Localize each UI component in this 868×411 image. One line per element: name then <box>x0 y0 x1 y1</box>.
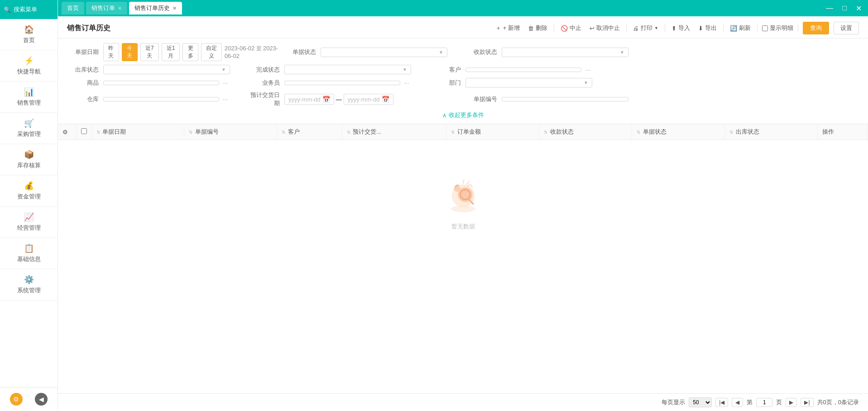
date-7days-btn[interactable]: 近7天 <box>140 43 159 61</box>
th-payment-status[interactable]: ⇅ 收款状态 <box>539 124 632 140</box>
th-number[interactable]: ⇅ 单据编号 <box>184 124 277 140</box>
date-filter: 昨天 今天 近7天 近1月 更多 自定义 2023-06-02 至 2023-0… <box>103 43 284 61</box>
display-toggle[interactable]: 显示明细 <box>762 24 793 32</box>
collapse-more-btn[interactable]: ∧ 收起更多条件 <box>67 111 859 119</box>
sidebar-item-label: 采购管理 <box>17 130 41 138</box>
department-label: 部门 <box>429 79 465 87</box>
th-date[interactable]: ⇅ 单据日期 <box>91 124 184 140</box>
select-all-checkbox[interactable] <box>81 128 87 134</box>
order-status-label: 单据状态 <box>284 48 321 56</box>
sidebar-item-quick-nav[interactable]: ⚡ 快捷导航 <box>0 50 58 82</box>
outbound-status-chevron: ▼ <box>221 67 226 72</box>
refresh-icon: 🔄 <box>730 25 737 32</box>
expected-delivery-end[interactable]: yyyy-mm-dd 📅 <box>344 94 393 105</box>
product-input[interactable] <box>103 81 219 85</box>
th-delivery[interactable]: ⇅ 预计交货... <box>342 124 446 140</box>
salesperson-dots-btn[interactable]: ··· <box>402 79 411 87</box>
tab-sales-order-history-close[interactable]: ✕ <box>173 5 177 11</box>
delete-button[interactable]: 🗑 删除 <box>526 23 549 33</box>
page-unit: 页 <box>776 398 782 406</box>
last-page-btn[interactable]: ▶| <box>801 398 813 407</box>
department-select[interactable]: ▼ <box>465 78 592 87</box>
order-number-input[interactable] <box>502 97 628 102</box>
sidebar-item-system[interactable]: ⚙️ 系统管理 <box>0 269 58 300</box>
window-close-btn[interactable]: ✕ <box>853 3 864 14</box>
th-order-status[interactable]: ⇅ 单据状态 <box>632 124 724 140</box>
calendar-icon-2: 📅 <box>382 96 389 103</box>
toolbar: ＋ + 新增 🗑 删除 🚫 中止 ↩ 取消中止 🖨 <box>494 22 859 34</box>
sidebar-item-operations[interactable]: 📈 经营管理 <box>0 207 58 238</box>
page-number-input[interactable] <box>756 398 772 407</box>
expected-delivery-start[interactable]: yyyy-mm-dd 📅 <box>284 94 334 105</box>
export-button[interactable]: ⬇ 导出 <box>696 23 719 33</box>
refresh-button[interactable]: 🔄 刷新 <box>728 23 753 33</box>
date-custom-btn[interactable]: 自定义 <box>201 43 221 61</box>
payment-status-select[interactable]: ▼ <box>502 48 628 57</box>
sidebar-search[interactable]: 🔍 搜索菜单 <box>0 0 58 19</box>
tab-sales-order-history[interactable]: 销售订单历史 ✕ <box>129 2 182 15</box>
th-outbound-status[interactable]: ⇅ 出库状态 <box>724 124 817 140</box>
cancel-stop-button[interactable]: ↩ 取消中止 <box>588 23 622 33</box>
sidebar-item-inventory[interactable]: 📦 库存核算 <box>0 144 58 175</box>
sidebar-item-basic[interactable]: 📋 基础信息 <box>0 238 58 269</box>
display-toggle-label: 显示明细 <box>770 24 793 32</box>
first-page-btn[interactable]: |◀ <box>715 398 728 407</box>
th-checkbox[interactable] <box>76 124 91 140</box>
th-customer[interactable]: ⇅ 客户 <box>277 124 342 140</box>
order-status-select[interactable]: ▼ <box>321 48 447 57</box>
th-settings[interactable]: ⚙ <box>58 124 76 140</box>
display-toggle-checkbox[interactable] <box>762 25 768 31</box>
th-number-label: 单据编号 <box>195 128 219 135</box>
per-page-select[interactable]: 50 10 20 100 <box>689 397 712 407</box>
next-page-btn[interactable]: ▶ <box>786 398 797 407</box>
quick-nav-icon: ⚡ <box>24 56 34 66</box>
sidebar-item-sales[interactable]: 📊 销售管理 <box>0 82 58 113</box>
outbound-status-select[interactable]: ▼ <box>103 65 230 74</box>
warehouse-label: 仓库 <box>67 95 103 103</box>
th-order-status-label: 单据状态 <box>643 128 667 135</box>
date-1month-btn[interactable]: 近1月 <box>162 43 180 61</box>
completion-status-select[interactable]: ▼ <box>284 65 411 74</box>
salesperson-input[interactable] <box>284 81 400 85</box>
stop-label: 中止 <box>570 24 581 32</box>
product-dots-btn[interactable]: ··· <box>221 79 230 87</box>
toolbar-divider4 <box>723 24 724 32</box>
sidebar-item-finance[interactable]: 💰 资金管理 <box>0 175 58 207</box>
print-button[interactable]: 🖨 打印 ▼ <box>631 23 660 33</box>
date-placeholder1: yyyy-mm-dd <box>288 96 321 103</box>
svg-point-5 <box>454 185 460 192</box>
warehouse-dots-btn[interactable]: ··· <box>221 96 230 103</box>
customer-input[interactable] <box>465 68 581 72</box>
prev-page-btn[interactable]: ◀ <box>732 398 743 407</box>
tab-sales-order[interactable]: 销售订单 ✕ <box>86 2 127 15</box>
import-button[interactable]: ⬆ 导入 <box>670 23 692 33</box>
tab-home[interactable]: 首页 <box>62 2 84 15</box>
customer-dots-btn[interactable]: ··· <box>583 66 592 73</box>
th-amount[interactable]: ⇅ 订单金额 <box>446 124 539 140</box>
data-table: ⚙ ⇅ 单据日期 ⇅ 单据编号 ⇅ 客户 <box>58 124 868 140</box>
warehouse-input[interactable] <box>103 97 219 102</box>
tab-sales-order-close[interactable]: ✕ <box>118 5 122 11</box>
settings-button[interactable]: 设置 <box>834 22 859 34</box>
empty-text: 暂无数据 <box>451 222 475 231</box>
sidebar-collapse-btn[interactable]: ◀ <box>35 393 48 406</box>
stop-button[interactable]: 🚫 中止 <box>559 23 583 33</box>
date-today-btn[interactable]: 今天 <box>122 43 138 61</box>
page-title: 销售订单历史 <box>67 24 110 33</box>
th-payment-label: 收款状态 <box>550 128 574 135</box>
date-more-btn[interactable]: 更多 <box>182 43 198 61</box>
window-maximize-btn[interactable]: □ <box>839 3 849 13</box>
sidebar-item-home[interactable]: 🏠 首页 <box>0 19 58 50</box>
purchase-icon: 🛒 <box>24 118 34 128</box>
query-button[interactable]: 查询 <box>803 22 829 34</box>
main-area: 首页 销售订单 ✕ 销售订单历史 ✕ — □ ✕ 销售订单历史 ＋ + 新增 <box>58 0 868 411</box>
completion-status-chevron: ▼ <box>403 67 407 72</box>
window-minimize-btn[interactable]: — <box>823 3 836 13</box>
delete-icon: 🗑 <box>528 25 534 32</box>
basic-icon: 📋 <box>24 243 34 253</box>
sort-icon-date: ⇅ <box>96 130 100 135</box>
new-button[interactable]: ＋ + 新增 <box>494 23 522 33</box>
sidebar-settings-btn[interactable]: ⚙ <box>10 393 23 406</box>
date-yesterday-btn[interactable]: 昨天 <box>103 43 119 61</box>
sidebar-item-purchase[interactable]: 🛒 采购管理 <box>0 113 58 144</box>
